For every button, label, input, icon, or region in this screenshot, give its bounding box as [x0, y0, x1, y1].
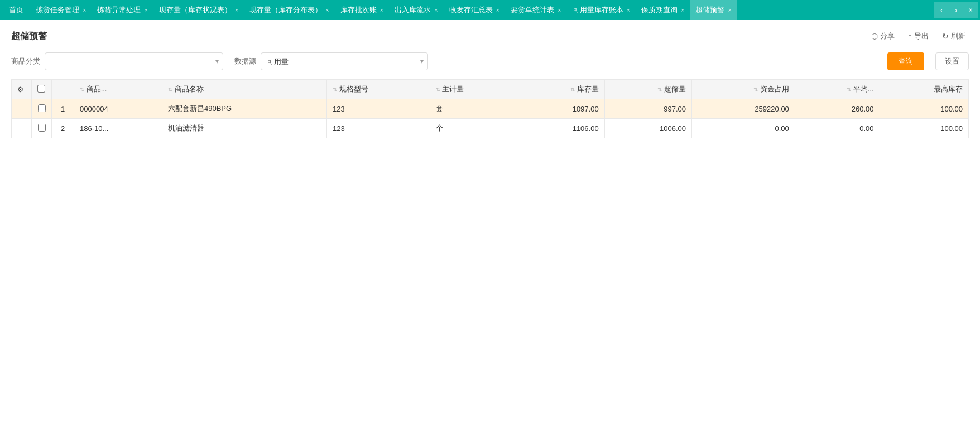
sort-icon: ⇅ [570, 86, 575, 93]
share-icon: ⬡ [871, 32, 878, 41]
row-unit: 套 [430, 99, 517, 119]
row-stock: 1106.00 [517, 119, 604, 138]
nav-item-overstock-warning[interactable]: 超储预警 × [690, 0, 737, 20]
th-seq [52, 80, 74, 99]
row-seq: 2 [52, 119, 74, 138]
row-stock: 1097.00 [517, 99, 604, 119]
nav-item-batch[interactable]: 库存批次账 × [335, 0, 389, 20]
nav-next-button[interactable]: › [949, 2, 963, 18]
table-row: 2 186-10... 机油滤清器 123 个 1106.00 1006.00 … [12, 119, 969, 138]
close-icon[interactable]: × [728, 0, 731, 20]
datasource-select[interactable]: 可用量 总量 [261, 52, 428, 70]
row-unit: 个 [430, 119, 517, 138]
th-capital[interactable]: ⇅ 资金占用 [692, 80, 795, 99]
nav-item-quality-check[interactable]: 保质期查询 × [636, 0, 690, 20]
row-product-name: 机油滤清器 [162, 119, 326, 138]
table-body: 1 0000004 六配套新昌490BPG 123 套 1097.00 997.… [12, 99, 969, 138]
th-gear: ⚙ [12, 80, 32, 99]
sort-icon: ⇅ [753, 86, 758, 93]
category-select[interactable] [45, 52, 223, 70]
nav-home[interactable]: 首页 [2, 0, 30, 20]
th-unit[interactable]: ⇅ 主计量 [430, 80, 517, 99]
share-button[interactable]: ⬡ 分享 [868, 29, 898, 43]
select-all-checkbox[interactable] [37, 85, 45, 93]
row-avg: 0.00 [795, 119, 880, 138]
page-title: 超储预警 [11, 31, 47, 42]
th-spec[interactable]: ⇅ 规格型号 [327, 80, 430, 99]
filter-group-category: 商品分类 ▾ [11, 52, 223, 70]
row-spec: 123 [327, 119, 430, 138]
th-avg[interactable]: ⇅ 平均... [795, 80, 880, 99]
close-icon[interactable]: × [235, 0, 238, 20]
nav-item-collect-summary[interactable]: 收发存汇总表 × [444, 0, 505, 20]
sort-icon: ⇅ [657, 86, 662, 93]
row-max-stock: 100.00 [880, 119, 968, 138]
row-product-code: 186-10... [74, 119, 162, 138]
nav-item-available-account[interactable]: 可用量库存账本 × [567, 0, 636, 20]
row-overstock: 1006.00 [604, 119, 691, 138]
row-overstock: 997.00 [604, 99, 691, 119]
close-icon[interactable]: × [496, 0, 499, 20]
refresh-button[interactable]: ↻ 刷新 [939, 29, 969, 43]
row-spec: 123 [327, 99, 430, 119]
row-max-stock: 100.00 [880, 99, 968, 119]
row-capital: 259220.00 [692, 99, 795, 119]
nav-item-inventory-dist[interactable]: 现存量（库存分布表） × [244, 0, 334, 20]
datasource-label: 数据源 [234, 56, 256, 66]
sort-icon: ⇅ [333, 86, 337, 93]
close-icon[interactable]: × [380, 0, 383, 20]
nav-item-inventory-status[interactable]: 现存量（库存状况表） × [153, 0, 244, 20]
close-icon[interactable]: × [325, 0, 329, 20]
filter-group-datasource: 数据源 可用量 总量 ▾ [234, 52, 428, 70]
sort-icon: ⇅ [168, 86, 172, 93]
close-icon[interactable]: × [558, 0, 561, 20]
sort-icon: ⇅ [436, 86, 440, 93]
query-button[interactable]: 查询 [887, 52, 924, 70]
category-select-wrap: ▾ [45, 52, 223, 70]
row-avg: 260.00 [795, 99, 880, 119]
row-capital: 0.00 [692, 119, 795, 138]
close-icon[interactable]: × [681, 0, 684, 20]
row-checkbox-cell [32, 99, 52, 119]
th-max-stock: 最高库存 [880, 80, 968, 99]
th-overstock[interactable]: ⇅ 超储量 [604, 80, 691, 99]
nav-more-button[interactable]: × [963, 2, 978, 18]
sort-icon: ⇅ [80, 86, 84, 93]
page-title-row: 超储预警 ⬡ 分享 ↑ 导出 ↻ 刷新 [11, 29, 969, 43]
data-table: ⚙ ⇅ 商品... ⇅ 商品名称 ⇅ 规格型号 [11, 79, 969, 138]
row-product-code: 0000004 [74, 99, 162, 119]
row-gear-cell [12, 99, 32, 119]
close-icon[interactable]: × [434, 0, 438, 20]
nav-item-inout-flow[interactable]: 出入库流水 × [389, 0, 443, 20]
close-icon[interactable]: × [144, 0, 147, 20]
row-checkbox[interactable] [38, 124, 46, 132]
page-actions: ⬡ 分享 ↑ 导出 ↻ 刷新 [868, 29, 969, 43]
export-button[interactable]: ↑ 导出 [905, 29, 932, 43]
page-content: 超储预警 ⬡ 分享 ↑ 导出 ↻ 刷新 商品分类 ▾ [0, 20, 980, 147]
close-icon[interactable]: × [83, 0, 86, 20]
row-product-name: 六配套新昌490BPG [162, 99, 326, 119]
row-gear-cell [12, 119, 32, 138]
settings-button[interactable]: 设置 [935, 52, 969, 70]
row-checkbox[interactable] [38, 104, 46, 112]
export-icon: ↑ [908, 32, 912, 41]
nav-prev-button[interactable]: ‹ [934, 2, 949, 18]
th-checkbox [32, 80, 52, 99]
nav-item-abnormal[interactable]: 拣货异常处理 × [92, 0, 153, 20]
nav-arrows: ‹ › × [934, 2, 978, 18]
row-checkbox-cell [32, 119, 52, 138]
close-icon[interactable]: × [627, 0, 630, 20]
gear-icon[interactable]: ⚙ [17, 85, 24, 94]
row-seq: 1 [52, 99, 74, 119]
nav-item-order-stats[interactable]: 要货单统计表 × [505, 0, 566, 20]
sort-icon: ⇅ [847, 86, 851, 93]
top-nav: 首页 拣货任务管理 × 拣货异常处理 × 现存量（库存状况表） × 现存量（库存… [0, 0, 980, 20]
nav-item-task-mgmt[interactable]: 拣货任务管理 × [30, 0, 92, 20]
table-header-row: ⚙ ⇅ 商品... ⇅ 商品名称 ⇅ 规格型号 [12, 80, 969, 99]
th-product-name[interactable]: ⇅ 商品名称 [162, 80, 326, 99]
datasource-select-wrap: 可用量 总量 ▾ [261, 52, 428, 70]
th-product-code[interactable]: ⇅ 商品... [74, 80, 162, 99]
th-stock[interactable]: ⇅ 库存量 [517, 80, 604, 99]
filter-row: 商品分类 ▾ 数据源 可用量 总量 ▾ 查询 设置 [11, 52, 969, 70]
category-label: 商品分类 [11, 56, 40, 66]
